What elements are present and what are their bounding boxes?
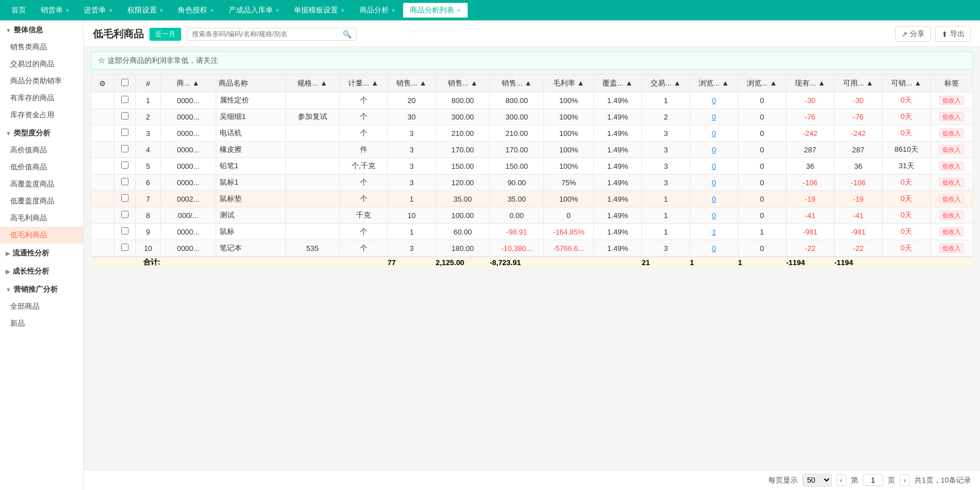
cell-browse1-0[interactable]: 0 [690, 92, 738, 109]
sidebar-item-high-cover[interactable]: 高覆盖度商品 [0, 176, 83, 193]
nav-goods-analysis-list[interactable]: 商品分析列表 × [403, 3, 467, 18]
share-button[interactable]: ↗ 分享 [895, 26, 931, 42]
row-checkbox-1[interactable] [121, 112, 129, 120]
row-checkbox-2[interactable] [121, 129, 129, 136]
nav-purchase[interactable]: 进货单 × [77, 3, 119, 18]
nav-permission[interactable]: 权限设置 × [121, 3, 170, 18]
col-header-tag[interactable]: 标签 [930, 75, 973, 92]
cell-browse1-3[interactable]: 0 [690, 142, 738, 158]
nav-close-sales[interactable]: × [66, 7, 69, 14]
cell-browse1-8[interactable]: 1 [690, 224, 738, 240]
sidebar-item-low-cover[interactable]: 低覆盖度商品 [0, 193, 83, 210]
table-wrapper[interactable]: ⚙ # 商... ▲ 商品名称 规格... ▲ 计量... ▲ 销售... ▲ … [91, 74, 973, 470]
sidebar-group-marketing[interactable]: ▼ 营销推广分析 [0, 280, 83, 298]
col-header-name[interactable]: 商品名称 [216, 75, 285, 92]
sidebar-item-category-rate[interactable]: 商品分类助销率 [0, 73, 83, 90]
cell-check-8[interactable] [114, 224, 135, 240]
cell-check-4[interactable] [114, 158, 135, 174]
sidebar-group-flow[interactable]: ▶ 流通性分析 [0, 244, 83, 262]
col-header-settings[interactable]: ⚙ [91, 75, 114, 92]
cell-check-3[interactable] [114, 142, 135, 158]
export-button[interactable]: ⬆ 导出 [935, 26, 971, 42]
sidebar-item-all-goods[interactable]: 全部商品 [0, 298, 83, 315]
cell-check-5[interactable] [114, 174, 135, 191]
sidebar-item-new-goods[interactable]: 新品 [0, 315, 83, 332]
col-header-sale-profit[interactable]: 销售... ▲ [490, 75, 544, 92]
col-header-sale-qty[interactable]: 销售... ▲ [388, 75, 436, 92]
cell-browse1-1[interactable]: 0 [690, 109, 738, 125]
col-header-sale-price[interactable]: 销售... ▲ [436, 75, 490, 92]
nav-close-goods-analysis[interactable]: × [392, 7, 395, 14]
cell-check-2[interactable] [114, 125, 135, 142]
sidebar-item-high-margin[interactable]: 高毛利商品 [0, 210, 83, 227]
sidebar-group-type[interactable]: ▼ 类型度分析 [0, 123, 83, 142]
nav-role[interactable]: 角色授权 × [171, 3, 220, 18]
total-empty-cover [594, 257, 642, 267]
row-checkbox-6[interactable] [121, 194, 129, 202]
cell-check-0[interactable] [114, 92, 135, 109]
tag-badge-3: 低收入 [939, 145, 964, 154]
nav-close-permission[interactable]: × [160, 7, 163, 14]
col-header-avail[interactable]: 可用... ▲ [834, 75, 882, 92]
nav-close-purchase[interactable]: × [109, 7, 112, 14]
col-header-spec[interactable]: 规格... ▲ [285, 75, 339, 92]
cell-avail-5: -106 [834, 174, 882, 191]
sidebar-item-low-value[interactable]: 低价值商品 [0, 159, 83, 176]
nav-goods-analysis[interactable]: 商品分析 × [353, 3, 402, 18]
sidebar-item-stock-capital[interactable]: 库存资金占用 [0, 106, 83, 123]
cell-spec-8 [285, 224, 339, 240]
cell-browse1-7[interactable]: 0 [690, 207, 738, 224]
sidebar-group-growth[interactable]: ▶ 成长性分析 [0, 262, 83, 280]
col-header-saleable[interactable]: 可销... ▲ [882, 75, 930, 92]
cell-browse1-6[interactable]: 0 [690, 191, 738, 207]
sidebar-item-sales-goods[interactable]: 销售类商品 [0, 39, 83, 56]
nav-home[interactable]: 首页 [5, 3, 33, 18]
row-checkbox-5[interactable] [121, 178, 129, 185]
nav-close-product-warehouse[interactable]: × [276, 7, 279, 14]
cell-unit-3: 件 [340, 142, 388, 158]
filter-recent-month[interactable]: 近一月 [149, 28, 181, 41]
next-page-btn[interactable]: › [900, 474, 910, 486]
cell-check-6[interactable] [114, 191, 135, 207]
row-checkbox-8[interactable] [121, 227, 129, 235]
nav-close-goods-analysis-list[interactable]: × [457, 7, 460, 14]
sidebar-group-overall[interactable]: ▼ 整体信息 [0, 20, 83, 39]
row-checkbox-3[interactable] [121, 145, 129, 152]
nav-close-role[interactable]: × [210, 7, 213, 14]
search-icon[interactable]: 🔍 [343, 30, 352, 39]
sidebar-item-high-value[interactable]: 高价值商品 [0, 142, 83, 159]
row-checkbox-0[interactable] [121, 96, 129, 103]
cell-settings-6 [91, 191, 114, 207]
row-checkbox-9[interactable] [121, 244, 129, 251]
col-header-code[interactable]: 商... ▲ [160, 75, 216, 92]
col-header-unit[interactable]: 计量... ▲ [340, 75, 388, 92]
col-header-gross[interactable]: 毛利率 ▲ [544, 75, 593, 92]
nav-product-warehouse[interactable]: 产成品入库单 × [222, 3, 286, 18]
sidebar-item-low-margin[interactable]: 低毛利商品 [0, 227, 83, 244]
col-header-check[interactable] [114, 75, 135, 92]
nav-template[interactable]: 单据模板设置 × [287, 3, 351, 18]
cell-check-7[interactable] [114, 207, 135, 224]
prev-page-btn[interactable]: ‹ [836, 474, 846, 486]
col-header-browse1[interactable]: 浏览... ▲ [690, 75, 738, 92]
cell-check-9[interactable] [114, 240, 135, 257]
cell-browse1-9[interactable]: 0 [690, 240, 738, 257]
nav-close-template[interactable]: × [341, 7, 344, 14]
page-number-input[interactable] [863, 474, 883, 486]
search-input[interactable] [192, 30, 343, 38]
cell-browse1-4[interactable]: 0 [690, 158, 738, 174]
row-checkbox-4[interactable] [121, 161, 129, 169]
per-page-select[interactable]: 50 20 100 [802, 474, 832, 487]
cell-browse1-2[interactable]: 0 [690, 125, 738, 142]
select-all-checkbox[interactable] [121, 79, 129, 86]
col-header-browse2[interactable]: 浏览... ▲ [738, 75, 786, 92]
row-checkbox-7[interactable] [121, 211, 129, 218]
col-header-trade[interactable]: 交易... ▲ [642, 75, 690, 92]
sidebar-item-stock-goods[interactable]: 有库存的商品 [0, 90, 83, 106]
sidebar-item-traded-goods[interactable]: 交易过的商品 [0, 56, 83, 73]
nav-sales[interactable]: 销货单 × [34, 3, 76, 18]
col-header-stock[interactable]: 现有... ▲ [786, 75, 834, 92]
cell-browse1-5[interactable]: 0 [690, 174, 738, 191]
col-header-cover[interactable]: 覆盖... ▲ [594, 75, 642, 92]
cell-check-1[interactable] [114, 109, 135, 125]
